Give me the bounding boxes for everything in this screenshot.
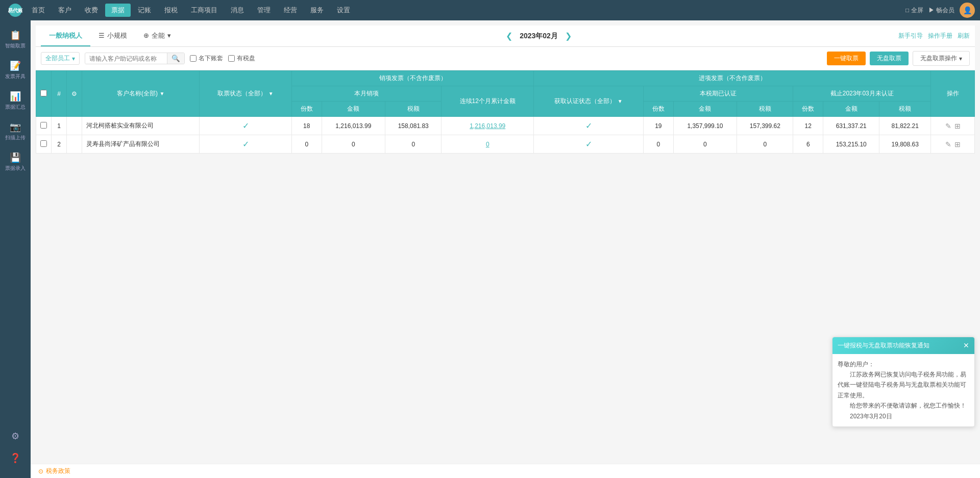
account-checkbox[interactable] [190, 55, 197, 62]
one-click-fetch-button[interactable]: 一键取票 [827, 52, 866, 65]
nav-operation[interactable]: 经营 [278, 4, 303, 17]
col-purchase-this-count: 份数 [644, 102, 674, 117]
col-purchase-this-amount: 金额 [673, 102, 737, 117]
xiaogui-icon: ☰ [99, 32, 105, 39]
logo[interactable]: 易代账 [5, 0, 26, 20]
no-disc-action-button[interactable]: 无盘取票操作 ▾ [913, 51, 970, 66]
filter-bar-right: 一键取票 无盘取票 无盘取票操作 ▾ [827, 51, 970, 66]
prev-month-btn[interactable]: ❮ [503, 30, 516, 42]
sidebar-item-saoMiao[interactable]: 📷 扫描上传 [1, 117, 30, 145]
col-purchase-this-tax: 税额 [737, 102, 793, 117]
col-cert-status-header: 获取认证状态（全部） ▼ [534, 86, 644, 117]
col-until-march-header: 截止2023年03月未认证 [793, 86, 931, 102]
notification-text: 尊敬的用户： 江苏政务网已恢复访问电子税务局功能，易代账一键登陆电子税务局与无盘… [838, 359, 969, 421]
col-sales-amount: 金额 [322, 102, 385, 117]
notification-body: 尊敬的用户： 江苏政务网已恢复访问电子税务局功能，易代账一键登陆电子税务局与无盘… [832, 354, 974, 426]
row2-checkbox[interactable] [36, 135, 52, 154]
tax-policy-icon: ⊙ [38, 468, 43, 475]
row2-purchase-this-amount: 0 [673, 135, 737, 154]
sidebar-item-help[interactable]: ❓ [1, 448, 30, 468]
nav-business[interactable]: 工商项目 [185, 4, 224, 17]
nav-service[interactable]: 服务 [304, 4, 330, 17]
vip-btn[interactable]: ▶ 畅会员 [928, 6, 954, 15]
sidebar-item-fapiaoKaiju[interactable]: 📝 发票开具 [1, 56, 30, 84]
no-disc-fetch-button[interactable]: 无盘取票 [870, 52, 909, 65]
search-box: 🔍 [85, 53, 185, 64]
row2-purchase-march-amount: 153,215.10 [823, 135, 879, 154]
avatar[interactable]: 👤 [960, 3, 975, 18]
nav-items: 首页 客户 收费 票据 记账 报税 工商项目 消息 管理 经营 服务 设置 [26, 4, 905, 17]
month-nav: ❮ 2023年02月 ❯ [503, 30, 575, 42]
nav-bookkeeping[interactable]: 记账 [132, 4, 157, 17]
taxpad-checkbox[interactable] [228, 55, 235, 62]
col-customer-header: 客户名称(全部) ▼ [82, 71, 200, 117]
fapiaoRuKu-icon: 💾 [10, 152, 21, 163]
nav-settings[interactable]: 设置 [331, 4, 356, 17]
refresh-btn[interactable]: 刷新 [958, 32, 970, 40]
settings-icon: ⚙ [11, 431, 19, 442]
col-settings-header[interactable]: ⚙ [67, 71, 82, 117]
next-month-btn[interactable]: ❯ [562, 30, 575, 42]
row1-sales-amount: 1,216,013.99 [322, 117, 385, 135]
col-fetch-status-header: 取票状态（全部） ▼ [200, 71, 292, 117]
nav-customer[interactable]: 客户 [52, 4, 78, 17]
taxpad-checkbox-label: 有税盘 [237, 54, 255, 63]
row1-checkbox[interactable] [36, 117, 52, 135]
row2-purchase-march-count: 6 [793, 135, 823, 154]
col-continuous12-header: 连续12个月累计金额 [442, 86, 534, 117]
employee-select-label: 全部员工 [45, 54, 70, 63]
row1-purchase-this-tax: 157,399.62 [737, 117, 793, 135]
col-index-header: # [52, 71, 67, 117]
checkbox-taxpad[interactable]: 有税盘 [228, 54, 255, 63]
col-sales-count: 份数 [291, 102, 322, 117]
nav-message[interactable]: 消息 [225, 4, 250, 17]
search-input[interactable] [85, 54, 167, 64]
row2-sales-amount: 0 [322, 135, 385, 154]
row1-settings [67, 117, 82, 135]
sidebar-item-zhiNengQuPiao[interactable]: 📋 智能取票 [1, 26, 30, 54]
row1-fetch-status: ✓ [200, 117, 292, 135]
manual-btn[interactable]: 操作手册 [928, 32, 952, 40]
invoice-table: # ⚙ 客户名称(全部) ▼ 取票状态（全部） ▼ 销项发票（不含作废票） 进项… [36, 70, 975, 154]
row1-edit-icon[interactable]: ✎ [945, 122, 951, 130]
employee-select[interactable]: 全部员工 ▾ [41, 52, 80, 65]
table-row: 2 灵寿县尚泽矿产品有限公司 ✓ 0 0 0 0 ✓ 0 0 0 6 153,2… [36, 135, 975, 154]
nav-manage[interactable]: 管理 [251, 4, 277, 17]
fapiaoHuizong-icon: 📊 [10, 91, 21, 102]
row2-cert-status: ✓ [534, 135, 644, 154]
fullscreen-btn[interactable]: □ 全屏 [905, 6, 923, 15]
select-all-checkbox[interactable] [40, 90, 47, 96]
bottom-bar: ⊙ 税务政策 [31, 464, 980, 478]
search-button[interactable]: 🔍 [167, 53, 184, 64]
tax-policy-link[interactable]: 税务政策 [46, 467, 70, 475]
row2-settings [67, 135, 82, 154]
tab-quanneng[interactable]: ⊕ 全能 ▾ [135, 26, 179, 46]
sidebar-item-settings[interactable]: ⚙ [1, 426, 30, 446]
nav-home[interactable]: 首页 [26, 4, 51, 17]
fapiaoKaiju-icon: 📝 [10, 60, 21, 71]
svg-text:易代账: 易代账 [8, 8, 22, 13]
nav-invoice[interactable]: 票据 [105, 4, 131, 17]
nav-tax[interactable]: 报税 [158, 4, 184, 17]
top-nav: 易代账 首页 客户 收费 票据 记账 报税 工商项目 消息 管理 经营 服务 设… [0, 0, 980, 20]
row1-copy-icon[interactable]: ⊞ [954, 122, 961, 130]
row1-sales-count: 18 [291, 117, 322, 135]
row2-copy-icon[interactable]: ⊞ [954, 140, 961, 148]
sidebar-item-fapiaoRuKu[interactable]: 💾 票据录入 [1, 148, 30, 176]
col-this-month-header: 本月销项 [291, 86, 441, 102]
notification-close-btn[interactable]: ✕ [963, 341, 969, 349]
sidebar-item-fapiaoHuizong[interactable]: 📊 票据汇总 [1, 87, 30, 115]
employee-select-icon: ▾ [72, 55, 75, 62]
row2-actions: ✎ ⊞ [931, 135, 975, 154]
month-navigation: ❮ 2023年02月 ❯ [179, 30, 898, 42]
row1-index: 1 [52, 117, 67, 135]
sidebar-label-fapiaoHuizong: 票据汇总 [5, 104, 26, 111]
new-user-guide-btn[interactable]: 新手引导 [898, 32, 923, 40]
checkbox-account[interactable]: 名下账套 [190, 54, 223, 63]
tab-yiban[interactable]: 一般纳税人 [41, 26, 90, 46]
tab-xiaogui[interactable]: ☰ 小规模 [90, 26, 135, 46]
row2-edit-icon[interactable]: ✎ [945, 140, 951, 148]
nav-charge[interactable]: 收费 [79, 4, 104, 17]
col-purchase-march-amount: 金额 [823, 102, 879, 117]
row1-purchase-this-amount: 1,357,999.10 [673, 117, 737, 135]
